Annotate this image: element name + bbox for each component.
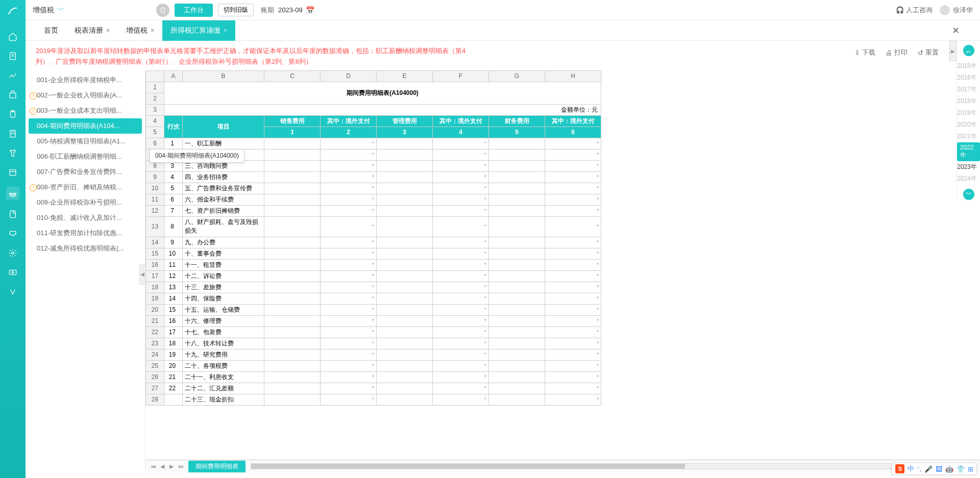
data-cell[interactable] bbox=[264, 315, 321, 326]
row-number-cell[interactable]: 16 bbox=[164, 315, 183, 326]
item-label-cell[interactable]: 十九、研究费用 bbox=[183, 349, 264, 360]
file-icon[interactable] bbox=[8, 209, 18, 219]
data-cell[interactable]: * bbox=[321, 383, 377, 394]
data-cell[interactable]: * bbox=[433, 248, 489, 259]
item-label-cell[interactable]: 八、财产损耗、盘亏及毁损损失 bbox=[183, 216, 264, 237]
data-cell[interactable] bbox=[489, 360, 545, 371]
data-cell[interactable]: * bbox=[321, 293, 377, 304]
item-label-cell[interactable]: 六、佣金和手续费 bbox=[183, 194, 264, 205]
data-cell[interactable]: * bbox=[545, 371, 601, 383]
data-cell[interactable]: * bbox=[545, 237, 601, 248]
item-label-cell[interactable]: 二十三、现金折扣 bbox=[183, 394, 264, 405]
data-cell[interactable] bbox=[264, 360, 321, 371]
data-cell[interactable] bbox=[264, 259, 321, 270]
ime-lang[interactable]: 中 bbox=[908, 464, 914, 473]
data-cell[interactable] bbox=[377, 259, 433, 270]
row-header[interactable]: 15 bbox=[146, 248, 164, 259]
gear-icon[interactable] bbox=[8, 248, 18, 258]
data-cell[interactable] bbox=[489, 304, 545, 315]
row-header[interactable]: 16 bbox=[146, 259, 164, 270]
data-cell[interactable] bbox=[377, 326, 433, 338]
download-link[interactable]: ⇩下载 bbox=[854, 48, 875, 57]
item-label-cell[interactable]: 四、业务招待费 bbox=[183, 171, 264, 183]
data-cell[interactable]: * bbox=[545, 326, 601, 338]
data-cell[interactable] bbox=[264, 326, 321, 338]
row-header[interactable]: 19 bbox=[146, 293, 164, 304]
data-cell[interactable]: * bbox=[545, 383, 601, 394]
data-cell[interactable] bbox=[489, 216, 545, 237]
row-number-cell[interactable]: 7 bbox=[164, 205, 183, 216]
data-cell[interactable]: * bbox=[321, 259, 377, 270]
year-item[interactable]: 2017年 bbox=[957, 84, 980, 95]
row-number-cell[interactable]: 5 bbox=[164, 183, 183, 194]
data-cell[interactable]: * bbox=[433, 183, 489, 194]
col-header[interactable]: H bbox=[545, 70, 601, 82]
data-cell[interactable]: * bbox=[433, 349, 489, 360]
data-cell[interactable]: * bbox=[321, 326, 377, 338]
data-cell[interactable]: * bbox=[321, 171, 377, 183]
data-cell[interactable] bbox=[264, 371, 321, 383]
form-nav-item[interactable]: 001-企业所得税年度纳税申... bbox=[26, 72, 145, 88]
data-cell[interactable]: * bbox=[433, 304, 489, 315]
data-cell[interactable]: * bbox=[545, 259, 601, 270]
data-cell[interactable]: * bbox=[433, 371, 489, 383]
workspace-button[interactable]: 工作台 bbox=[175, 4, 213, 17]
year-item[interactable]: 2018年 bbox=[957, 95, 980, 107]
year-item[interactable]: 2016年 bbox=[957, 72, 980, 84]
data-cell[interactable] bbox=[264, 216, 321, 237]
row-number-cell[interactable]: 19 bbox=[164, 349, 183, 360]
data-cell[interactable]: * bbox=[321, 183, 377, 194]
chart-icon[interactable] bbox=[8, 70, 18, 81]
ime-img-icon[interactable]: 🖼 bbox=[936, 465, 942, 473]
data-cell[interactable]: * bbox=[545, 194, 601, 205]
row-header[interactable]: 11 bbox=[146, 194, 164, 205]
data-cell[interactable]: * bbox=[433, 149, 489, 160]
bag-icon[interactable] bbox=[8, 90, 18, 100]
data-cell[interactable]: * bbox=[545, 171, 601, 183]
data-cell[interactable] bbox=[377, 360, 433, 371]
sheet-prev-icon[interactable]: ◀ bbox=[158, 463, 167, 470]
home-icon[interactable] bbox=[8, 32, 18, 42]
item-label-cell[interactable]: 十七、包装费 bbox=[183, 326, 264, 338]
h-scrollbar[interactable] bbox=[251, 463, 975, 469]
row-number-cell[interactable]: 13 bbox=[164, 282, 183, 293]
data-cell[interactable] bbox=[264, 394, 321, 405]
data-cell[interactable]: * bbox=[321, 149, 377, 160]
ime-punct[interactable]: ʻ, bbox=[917, 465, 921, 473]
form-nav-item[interactable]: 010-免税、减计收入及加计... bbox=[26, 210, 145, 225]
data-cell[interactable]: * bbox=[321, 216, 377, 237]
item-label-cell[interactable]: 一、职工薪酬 bbox=[183, 138, 264, 149]
data-cell[interactable] bbox=[264, 160, 321, 171]
data-cell[interactable]: * bbox=[545, 282, 601, 293]
col-header[interactable]: E bbox=[377, 70, 433, 82]
row-number-cell[interactable]: 14 bbox=[164, 293, 183, 304]
form-nav-item[interactable]: 007-广告费和业务宣传费跨... bbox=[26, 164, 145, 180]
tab-3[interactable]: 所得税汇算清缴× bbox=[162, 20, 235, 41]
data-cell[interactable]: * bbox=[321, 282, 377, 293]
data-cell[interactable] bbox=[377, 304, 433, 315]
data-cell[interactable]: * bbox=[321, 315, 377, 326]
row-number-cell[interactable]: 17 bbox=[164, 326, 183, 338]
data-cell[interactable]: * bbox=[433, 293, 489, 304]
data-cell[interactable]: * bbox=[545, 205, 601, 216]
data-cell[interactable] bbox=[264, 383, 321, 394]
row-header[interactable]: 17 bbox=[146, 270, 164, 282]
data-cell[interactable] bbox=[264, 270, 321, 282]
data-cell[interactable] bbox=[264, 349, 321, 360]
data-cell[interactable]: * bbox=[433, 205, 489, 216]
data-cell[interactable] bbox=[377, 371, 433, 383]
item-label-cell[interactable]: 二十二、汇兑差额 bbox=[183, 383, 264, 394]
row-header[interactable]: 14 bbox=[146, 237, 164, 248]
close-icon[interactable]: × bbox=[224, 27, 227, 34]
data-cell[interactable] bbox=[377, 194, 433, 205]
data-cell[interactable]: * bbox=[433, 216, 489, 237]
data-cell[interactable]: * bbox=[433, 338, 489, 349]
form-nav-item[interactable]: 012-减免所得税优惠明细表(... bbox=[26, 241, 145, 256]
data-cell[interactable]: * bbox=[433, 138, 489, 149]
data-cell[interactable] bbox=[489, 160, 545, 171]
form-nav-item[interactable]: 002-一般企业收入明细表(A... bbox=[26, 88, 145, 103]
collapse-handle[interactable]: ◀ bbox=[139, 264, 145, 285]
doc-round-button[interactable] bbox=[156, 4, 169, 17]
data-cell[interactable] bbox=[377, 160, 433, 171]
year-down-button[interactable]: ︾ bbox=[963, 189, 974, 200]
